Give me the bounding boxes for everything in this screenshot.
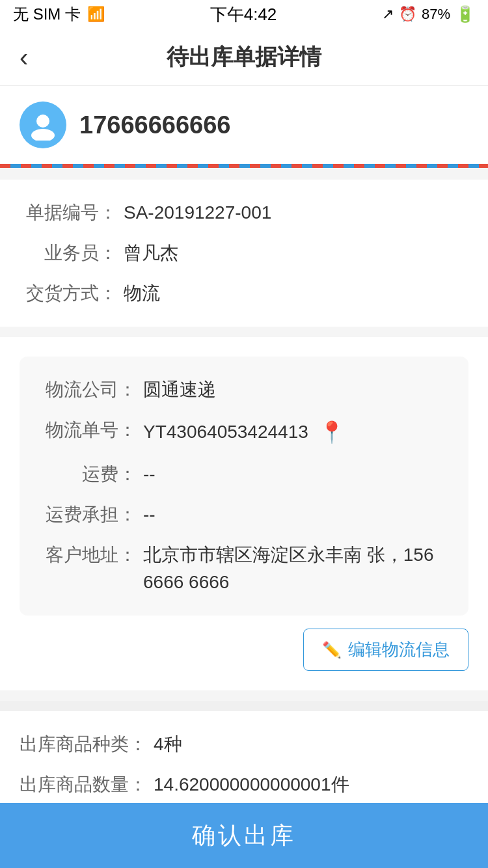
svg-point-1 (31, 129, 55, 141)
confirm-label: 确认出库 (192, 820, 296, 852)
freight-bearer-value: -- (143, 501, 449, 528)
goods-type-value: 4种 (154, 731, 468, 758)
customer-header: 17666666666 (0, 86, 488, 164)
separator (0, 701, 488, 711)
back-button[interactable]: ‹ (20, 44, 28, 70)
location-arrow-icon: ↗ (382, 6, 394, 23)
logistics-company-value: 圆通速递 (143, 376, 449, 403)
logistics-company-row: 物流公司： 圆通速递 (39, 376, 449, 403)
goods-quantity-value: 14.620000000000001件 (154, 771, 468, 798)
freight-bearer-row: 运费承担： -- (39, 501, 449, 528)
edit-logistics-label: 编辑物流信息 (348, 638, 450, 661)
freight-row: 运费： -- (39, 461, 449, 488)
salesperson-label: 业务员： (20, 239, 124, 267)
tracking-no-label: 物流单号： (39, 416, 143, 444)
edit-logistics-row: ✏️ 编辑物流信息 (20, 629, 468, 671)
salesperson-value: 曾凡杰 (124, 239, 468, 267)
order-no-value: SA-20191227-001 (124, 199, 468, 226)
logistics-card: 物流公司： 圆通速递 物流单号： YT43064053424413 📍 运费： … (20, 357, 468, 616)
nav-bar: ‹ 待出库单据详情 (0, 29, 488, 86)
location-icon[interactable]: 📍 (319, 416, 345, 448)
alarm-icon: ⏰ (399, 6, 416, 23)
wifi-icon: 📶 (87, 6, 105, 23)
order-no-label: 单据编号： (20, 199, 124, 226)
delivery-method-value: 物流 (124, 280, 468, 307)
order-no-row: 单据编号： SA-20191227-001 (20, 199, 468, 226)
goods-quantity-label: 出库商品数量： (20, 771, 154, 798)
svg-point-0 (36, 115, 49, 128)
address-label: 客户地址： (39, 541, 143, 569)
battery-label: 87% (422, 6, 450, 23)
battery-icon: 🔋 (455, 5, 475, 23)
customer-phone: 17666666666 (79, 111, 230, 139)
avatar (20, 102, 66, 148)
freight-value: -- (143, 461, 449, 488)
edit-icon: ✏️ (322, 641, 342, 659)
edit-logistics-button[interactable]: ✏️ 编辑物流信息 (303, 629, 468, 671)
status-bar: 无 SIM 卡 📶 下午4:42 ↗ ⏰ 87% 🔋 (0, 0, 488, 29)
tracking-no-row: 物流单号： YT43064053424413 📍 (39, 416, 449, 448)
page-title: 待出库单据详情 (167, 42, 321, 72)
time-label: 下午4:42 (210, 3, 277, 26)
address-value: 北京市市辖区海淀区永丰南 张，156 6666 6666 (143, 541, 449, 596)
logistics-company-label: 物流公司： (39, 376, 143, 403)
salesperson-row: 业务员： 曾凡杰 (20, 239, 468, 267)
confirm-button[interactable]: 确认出库 (0, 803, 488, 868)
status-left: 无 SIM 卡 📶 (13, 4, 105, 25)
goods-type-row: 出库商品种类： 4种 (20, 731, 468, 758)
carrier-label: 无 SIM 卡 (13, 4, 81, 25)
goods-type-label: 出库商品种类： (20, 731, 154, 758)
status-right: ↗ ⏰ 87% 🔋 (382, 5, 475, 23)
logistics-section: 物流公司： 圆通速递 物流单号： YT43064053424413 📍 运费： … (0, 337, 488, 690)
order-info-section: 单据编号： SA-20191227-001 业务员： 曾凡杰 交货方式： 物流 (0, 180, 488, 327)
tracking-no-value: YT43064053424413 📍 (143, 416, 449, 448)
freight-label: 运费： (39, 461, 143, 488)
delivery-method-row: 交货方式： 物流 (20, 280, 468, 307)
goods-quantity-row: 出库商品数量： 14.620000000000001件 (20, 771, 468, 798)
freight-bearer-label: 运费承担： (39, 501, 143, 528)
address-row: 客户地址： 北京市市辖区海淀区永丰南 张，156 6666 6666 (39, 541, 449, 596)
delivery-method-label: 交货方式： (20, 280, 124, 307)
dashed-divider (0, 164, 488, 168)
